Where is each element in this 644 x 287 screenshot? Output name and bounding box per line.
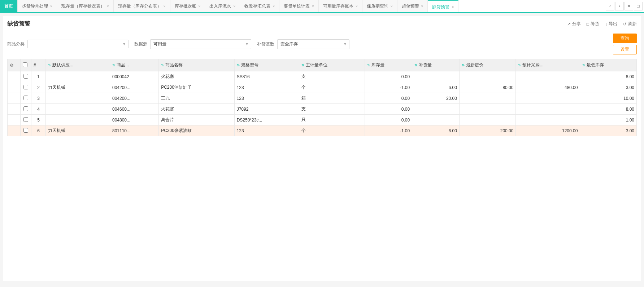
datasource-select-value: 可用量	[153, 41, 166, 47]
row-product-code: 004600...	[110, 104, 158, 115]
th-product-code-sort-icon[interactable]: ⇅	[112, 63, 115, 67]
tab-overstock[interactable]: 超储预警 ×	[397, 0, 428, 12]
th-latest-price-sort-icon[interactable]: ⇅	[462, 63, 465, 67]
row-unit: 支	[299, 104, 365, 115]
row-checkbox[interactable]	[23, 74, 28, 79]
tab-shortage-close[interactable]: ×	[452, 5, 454, 9]
row-product-name: 火花塞	[159, 104, 234, 115]
tab-available-ledger[interactable]: 可用量库存账本 ×	[319, 0, 362, 12]
header-actions: ↗ 分享 □ 补货 ↓ 导出 ↺ 刷新	[567, 21, 637, 27]
tab-next-button[interactable]: ›	[615, 2, 624, 10]
tab-inventory-dist[interactable]: 现存量（库存分布表） ×	[114, 0, 170, 12]
table-row: 1 0000042 火花塞 SS816 支 0.00 8.00	[8, 71, 637, 82]
export-action[interactable]: ↓ 导出	[605, 21, 617, 27]
th-default-supplier: ⇅ 默认供应...	[46, 59, 110, 71]
tab-inventory-status[interactable]: 现存量（库存状况表） ×	[57, 0, 114, 12]
th-spec-sort-icon[interactable]: ⇅	[237, 63, 240, 67]
row-latest-price: 80.00	[459, 82, 516, 93]
table-header-row: ⚙ # ⇅ 默认供应... ⇅ 商品...	[8, 59, 637, 71]
row-latest-price	[459, 115, 516, 125]
tab-abnormal-close[interactable]: ×	[50, 4, 52, 8]
tab-window-restore-button[interactable]: ✕	[625, 2, 633, 10]
row-unit: 个	[299, 125, 365, 136]
row-est-purchase: 480.00	[516, 82, 580, 93]
th-spec: ⇅ 规格型号	[234, 59, 299, 71]
row-latest-price	[459, 104, 516, 115]
row-product-code: 004200...	[110, 82, 158, 93]
th-latest-price: ⇅ 最新进价	[459, 59, 516, 71]
settings-button[interactable]: 设置	[613, 45, 637, 54]
th-unit-sort-icon[interactable]: ⇅	[301, 63, 304, 67]
row-replenish-qty	[412, 71, 460, 82]
tab-inventory-status-close[interactable]: ×	[107, 4, 109, 8]
row-settings-cell	[8, 104, 21, 115]
category-select[interactable]: ▾	[27, 40, 129, 48]
replenish-basis-select-value: 安全库存	[280, 41, 298, 47]
row-replenish-qty: 6.00	[412, 82, 460, 93]
row-spec: 123	[234, 125, 299, 136]
tab-batch-account-close[interactable]: ×	[199, 4, 201, 8]
tab-shortage[interactable]: 缺货预警 ×	[428, 0, 458, 13]
row-checkbox[interactable]	[23, 128, 28, 133]
query-button[interactable]: 查询	[613, 34, 637, 43]
row-replenish-qty: 20.00	[412, 93, 460, 104]
th-product-name-label: 商品名称	[165, 62, 183, 68]
th-check	[21, 59, 31, 71]
tab-overstock-close[interactable]: ×	[421, 4, 423, 8]
tab-inventory-dist-close[interactable]: ×	[164, 4, 166, 8]
row-checkbox[interactable]	[23, 96, 28, 100]
th-inventory: ⇅ 库存量	[365, 59, 412, 71]
tab-bar: 首页 拣货异常处理 × 现存量（库存状况表） × 现存量（库存分布表） × 库存…	[0, 0, 644, 13]
row-replenish-qty	[412, 104, 460, 115]
tab-home[interactable]: 首页	[0, 0, 18, 12]
replenish-basis-label: 补货基数	[257, 41, 274, 47]
tab-prev-button[interactable]: ‹	[606, 2, 614, 10]
th-spec-label: 规格型号	[241, 62, 258, 68]
th-min-inventory-sort-icon[interactable]: ⇅	[582, 63, 585, 67]
tab-collect-summary-close[interactable]: ×	[273, 4, 275, 8]
tab-inout-flow[interactable]: 出入库流水 ×	[205, 0, 240, 12]
tab-expiry-query[interactable]: 保质期查询 ×	[362, 0, 397, 12]
row-num: 3	[31, 93, 46, 104]
tab-inout-flow-close[interactable]: ×	[233, 4, 235, 8]
row-inventory: 0.00	[365, 115, 412, 125]
tab-collect-summary[interactable]: 收发存汇总表 ×	[240, 0, 279, 12]
tab-order-stat[interactable]: 要货单统计表 ×	[279, 0, 319, 12]
row-num: 2	[31, 82, 46, 93]
row-checkbox[interactable]	[23, 117, 28, 122]
tab-abnormal-label: 拣货异常处理	[22, 3, 48, 9]
replenish-action[interactable]: □ 补货	[587, 21, 599, 27]
tab-batch-account-label: 库存批次账	[175, 3, 196, 9]
replenish-basis-filter-group: 补货基数 安全库存 ▾	[257, 39, 349, 49]
row-num: 5	[31, 115, 46, 125]
th-replenish-qty-sort-icon[interactable]: ⇅	[414, 63, 417, 67]
th-product-name-sort-icon[interactable]: ⇅	[161, 63, 164, 67]
row-spec: SS816	[234, 71, 299, 82]
refresh-action[interactable]: ↺ 刷新	[623, 21, 637, 27]
datasource-select[interactable]: 可用量 ▾	[150, 39, 251, 49]
tab-maximize-button[interactable]: □	[634, 2, 643, 10]
row-checkbox[interactable]	[23, 85, 28, 89]
tab-expiry-query-close[interactable]: ×	[391, 4, 393, 8]
gear-icon[interactable]: ⚙	[10, 63, 14, 68]
row-min-inventory: 8.00	[580, 104, 637, 115]
share-action[interactable]: ↗ 分享	[567, 21, 581, 27]
select-all-checkbox[interactable]	[23, 62, 27, 67]
row-replenish-qty	[412, 115, 460, 125]
th-est-purchase-sort-icon[interactable]: ⇅	[518, 63, 521, 67]
page-container: 缺货预警 ↗ 分享 □ 补货 ↓ 导出 ↺ 刷新 商品分类	[3, 16, 641, 281]
row-settings-cell	[8, 71, 21, 82]
row-num: 4	[31, 104, 46, 115]
category-label: 商品分类	[7, 41, 25, 47]
tab-batch-account[interactable]: 库存批次账 ×	[170, 0, 205, 12]
row-checkbox[interactable]	[23, 106, 28, 111]
tab-available-ledger-close[interactable]: ×	[356, 4, 358, 8]
tab-abnormal[interactable]: 拣货异常处理 ×	[18, 0, 57, 12]
table-row: 5 004800... 离合片 DS250*23c... 只 0.00 1.00	[8, 115, 637, 125]
th-default-supplier-sort-icon[interactable]: ⇅	[48, 63, 51, 67]
refresh-icon: ↺	[623, 22, 627, 27]
row-settings-cell	[8, 93, 21, 104]
tab-order-stat-close[interactable]: ×	[312, 4, 314, 8]
th-inventory-sort-icon[interactable]: ⇅	[367, 63, 370, 67]
replenish-basis-select[interactable]: 安全库存 ▾	[277, 39, 349, 49]
